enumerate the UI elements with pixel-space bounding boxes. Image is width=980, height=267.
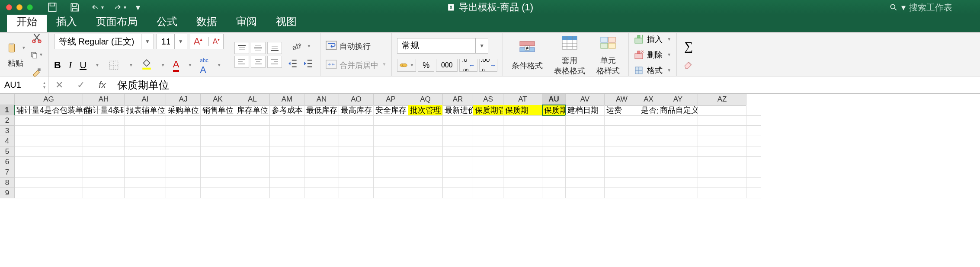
row-header[interactable]: 1 bbox=[0, 105, 15, 115]
align-right-icon[interactable] bbox=[267, 56, 282, 68]
cell[interactable] bbox=[270, 178, 304, 188]
cell[interactable] bbox=[443, 115, 473, 126]
column-header[interactable]: AN bbox=[304, 94, 339, 106]
cut-icon[interactable] bbox=[30, 31, 43, 44]
minimize-window-button[interactable] bbox=[16, 4, 22, 10]
cell[interactable] bbox=[698, 178, 746, 188]
formula-input[interactable] bbox=[113, 79, 980, 91]
cell[interactable] bbox=[201, 167, 235, 178]
cell[interactable] bbox=[542, 178, 566, 188]
cell[interactable] bbox=[166, 178, 201, 188]
row-header[interactable]: 2 bbox=[0, 115, 15, 126]
phonetic-icon[interactable]: abcA bbox=[200, 54, 208, 76]
cell[interactable] bbox=[408, 146, 443, 157]
cell[interactable]: 最新进价 bbox=[443, 105, 473, 116]
column-headers[interactable]: AGAHAIAJAKALAMANAOAPAQARASATAUAVAWAXAYAZ bbox=[15, 94, 980, 105]
cell[interactable] bbox=[746, 105, 761, 116]
cell[interactable] bbox=[270, 146, 304, 157]
cell[interactable] bbox=[443, 188, 473, 198]
cell[interactable]: 采购单位 bbox=[166, 105, 201, 116]
cell[interactable] bbox=[304, 178, 339, 188]
enter-formula-icon[interactable]: ✓ bbox=[70, 79, 92, 91]
cell[interactable] bbox=[473, 126, 503, 136]
cell[interactable] bbox=[339, 146, 374, 157]
align-top-icon[interactable] bbox=[234, 42, 249, 54]
column-header[interactable]: AL bbox=[235, 94, 270, 106]
cell[interactable] bbox=[698, 126, 746, 136]
cell[interactable] bbox=[566, 157, 605, 167]
font-size-combo[interactable]: ▼ bbox=[157, 34, 187, 49]
cell[interactable] bbox=[566, 115, 605, 126]
cell[interactable] bbox=[270, 167, 304, 178]
cell[interactable] bbox=[339, 126, 374, 136]
cell[interactable] bbox=[374, 136, 408, 146]
cell[interactable] bbox=[542, 146, 566, 157]
cell[interactable]: 销售单位 bbox=[201, 105, 235, 116]
cell[interactable] bbox=[503, 157, 542, 167]
decrease-decimal-icon[interactable]: .00.0→ bbox=[479, 59, 497, 72]
cell[interactable] bbox=[408, 157, 443, 167]
wrap-text-button[interactable]: 自动换行 bbox=[326, 39, 371, 51]
undo-icon[interactable]: ▾ bbox=[91, 1, 104, 14]
cell[interactable] bbox=[639, 178, 658, 188]
cell[interactable] bbox=[746, 167, 761, 178]
cell[interactable] bbox=[503, 178, 542, 188]
row-header[interactable]: 6 bbox=[0, 157, 15, 167]
cell[interactable] bbox=[542, 136, 566, 146]
column-header[interactable]: AG bbox=[15, 94, 83, 106]
cell[interactable] bbox=[304, 146, 339, 157]
cell[interactable]: 保质期 bbox=[503, 105, 542, 116]
tab-审阅[interactable]: 审阅 bbox=[227, 12, 266, 32]
cell[interactable] bbox=[503, 115, 542, 126]
cell[interactable] bbox=[125, 146, 166, 157]
tab-页面布局[interactable]: 页面布局 bbox=[86, 12, 147, 32]
cell[interactable] bbox=[542, 157, 566, 167]
align-bottom-icon[interactable] bbox=[267, 42, 282, 54]
cell[interactable] bbox=[166, 136, 201, 146]
cell[interactable] bbox=[125, 115, 166, 126]
cell[interactable] bbox=[566, 146, 605, 157]
cell[interactable] bbox=[125, 178, 166, 188]
cell[interactable] bbox=[235, 115, 270, 126]
increase-font-icon[interactable]: A▴ bbox=[190, 36, 206, 47]
cell[interactable] bbox=[201, 146, 235, 157]
font-name-combo[interactable]: ▼ bbox=[54, 34, 154, 49]
cell[interactable] bbox=[503, 167, 542, 178]
tab-开始[interactable]: 开始 bbox=[7, 12, 47, 32]
format-cells-button[interactable]: 格式▼ bbox=[634, 64, 671, 76]
cell[interactable] bbox=[125, 167, 166, 178]
merge-center-button[interactable]: 合并后居中▼ bbox=[326, 58, 386, 70]
cell[interactable] bbox=[408, 136, 443, 146]
column-header[interactable]: AW bbox=[605, 94, 639, 106]
cell[interactable] bbox=[658, 126, 698, 136]
align-center-icon[interactable] bbox=[251, 56, 266, 68]
cell[interactable] bbox=[473, 157, 503, 167]
cell[interactable]: 辅计量4条码 bbox=[83, 105, 125, 116]
cell[interactable] bbox=[15, 188, 83, 198]
cell[interactable]: 保质期管理 bbox=[473, 105, 503, 116]
column-header[interactable]: AJ bbox=[166, 94, 201, 106]
cell[interactable] bbox=[503, 136, 542, 146]
column-header[interactable]: AK bbox=[201, 94, 235, 106]
cell[interactable] bbox=[270, 136, 304, 146]
cell[interactable] bbox=[339, 188, 374, 198]
cell[interactable] bbox=[374, 115, 408, 126]
cell[interactable] bbox=[201, 115, 235, 126]
cell[interactable] bbox=[639, 167, 658, 178]
row-header[interactable]: 9 bbox=[0, 188, 15, 198]
cell[interactable] bbox=[125, 157, 166, 167]
cell[interactable] bbox=[698, 105, 746, 116]
increase-indent-icon[interactable] bbox=[302, 57, 315, 70]
cell[interactable] bbox=[746, 146, 761, 157]
cell[interactable] bbox=[408, 167, 443, 178]
cell[interactable] bbox=[83, 157, 125, 167]
column-header[interactable]: AS bbox=[473, 94, 503, 106]
cell[interactable] bbox=[83, 167, 125, 178]
cell[interactable] bbox=[605, 188, 639, 198]
cell[interactable] bbox=[235, 178, 270, 188]
cell[interactable] bbox=[639, 136, 658, 146]
autosave-icon[interactable] bbox=[46, 1, 59, 14]
cell[interactable] bbox=[605, 126, 639, 136]
fill-color-icon[interactable] bbox=[141, 58, 152, 72]
cell[interactable]: 参考成本 bbox=[270, 105, 304, 116]
